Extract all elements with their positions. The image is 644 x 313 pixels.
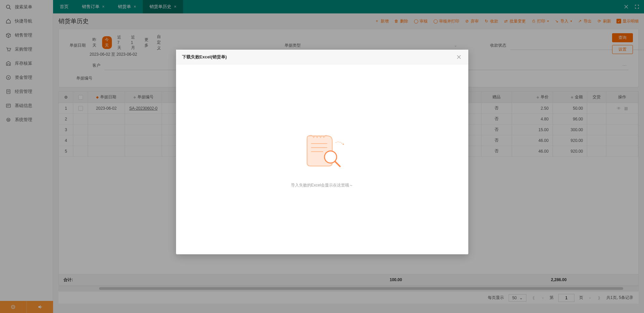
empty-state-text: 导入失败的Excel会显示在这里哦～ [291,182,353,188]
empty-illustration [297,131,347,174]
modal-header: 下载失败Excel(销货单) [176,50,468,64]
svg-point-25 [343,144,344,145]
modal-title: 下载失败Excel(销货单) [182,54,227,60]
download-failed-modal: 下载失败Excel(销货单) 导入失败的Excel会显示在这里哦～ [176,50,468,254]
modal-close-button[interactable] [456,54,462,60]
svg-line-24 [335,161,340,166]
close-icon [457,55,461,59]
modal-body: 导入失败的Excel会显示在这里哦～ [176,64,468,254]
